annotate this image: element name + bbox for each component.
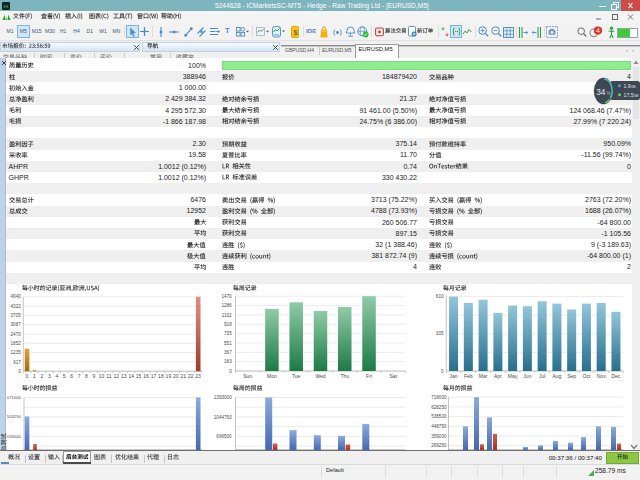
svg-text:735: 735 xyxy=(224,331,232,336)
svg-text:Jul: Jul xyxy=(539,373,545,379)
svg-text:918: 918 xyxy=(224,322,232,327)
svg-text:13: 13 xyxy=(121,373,127,379)
svg-text:448750: 448750 xyxy=(431,424,447,429)
svg-text:696500: 696500 xyxy=(216,434,232,439)
svg-text:2: 2 xyxy=(41,373,44,379)
svg-text:4940: 4940 xyxy=(11,294,22,299)
svg-text:Jun: Jun xyxy=(523,373,531,379)
svg-text:17: 17 xyxy=(151,373,157,379)
svg-text:16: 16 xyxy=(143,373,149,379)
svg-text:035500: 035500 xyxy=(7,434,22,439)
svg-text:Sun: Sun xyxy=(243,373,252,379)
svg-text:0: 0 xyxy=(26,373,29,379)
svg-text:3705: 3705 xyxy=(11,313,22,318)
svg-text:0: 0 xyxy=(441,369,444,374)
svg-text:34: 34 xyxy=(596,87,606,97)
svg-text:23: 23 xyxy=(195,373,201,379)
svg-text:Sat: Sat xyxy=(390,373,398,379)
svg-text:8: 8 xyxy=(85,373,88,379)
svg-text:1286: 1286 xyxy=(221,303,232,308)
svg-text:4322: 4322 xyxy=(11,304,22,309)
svg-text:617: 617 xyxy=(13,360,21,365)
svg-text:May: May xyxy=(508,373,518,379)
svg-text:538500: 538500 xyxy=(431,414,447,419)
svg-text:12: 12 xyxy=(114,373,120,379)
svg-text:0: 0 xyxy=(18,369,21,374)
svg-text:1044750: 1044750 xyxy=(214,415,232,420)
svg-text:Jan: Jan xyxy=(450,373,458,379)
svg-text:6: 6 xyxy=(70,373,73,379)
svg-text:1852: 1852 xyxy=(11,341,22,346)
svg-text:Dec: Dec xyxy=(611,373,620,379)
svg-text:1393000: 1393000 xyxy=(214,395,232,400)
svg-text:11: 11 xyxy=(106,373,111,379)
svg-text:Apr: Apr xyxy=(494,373,502,379)
svg-text:Fri: Fri xyxy=(366,373,372,379)
svg-text:Oct: Oct xyxy=(583,373,591,379)
svg-text:718000: 718000 xyxy=(431,395,447,400)
svg-text:18: 18 xyxy=(158,373,164,379)
svg-text:22: 22 xyxy=(188,373,194,379)
svg-text:2470: 2470 xyxy=(11,332,22,337)
svg-text:269250: 269250 xyxy=(431,443,447,448)
svg-text:5: 5 xyxy=(63,373,66,379)
svg-text:359000: 359000 xyxy=(431,434,447,439)
svg-text:%: % xyxy=(607,91,611,96)
svg-text:628250: 628250 xyxy=(431,405,447,410)
svg-text:Nov: Nov xyxy=(597,373,606,379)
svg-text:367: 367 xyxy=(224,350,232,355)
svg-text:Feb: Feb xyxy=(464,373,473,379)
svg-text:9: 9 xyxy=(93,373,96,379)
svg-text:4: 4 xyxy=(55,373,58,379)
svg-text:071000: 071000 xyxy=(7,395,22,400)
svg-text:10: 10 xyxy=(99,373,105,379)
svg-text:1: 1 xyxy=(33,373,36,379)
svg-text:0: 0 xyxy=(229,369,232,374)
svg-text:Sep: Sep xyxy=(567,373,576,379)
svg-text:20: 20 xyxy=(173,373,179,379)
svg-text:610: 610 xyxy=(436,294,444,299)
svg-text:21: 21 xyxy=(181,373,187,379)
svg-text:3087: 3087 xyxy=(11,322,22,327)
svg-text:Mon: Mon xyxy=(267,373,277,379)
svg-text:14: 14 xyxy=(128,373,134,379)
svg-text:4: 4 xyxy=(596,27,600,34)
svg-text:Aug: Aug xyxy=(552,373,561,379)
svg-text:1102: 1102 xyxy=(222,313,232,318)
svg-text:Mar: Mar xyxy=(479,373,488,379)
svg-text:183: 183 xyxy=(224,359,232,364)
svg-text:3: 3 xyxy=(48,373,51,379)
svg-text:15: 15 xyxy=(136,373,142,379)
svg-text:305: 305 xyxy=(436,331,444,336)
svg-text:7: 7 xyxy=(78,373,81,379)
svg-text:19: 19 xyxy=(166,373,172,379)
svg-text:Thu: Thu xyxy=(340,373,349,379)
svg-text:1235: 1235 xyxy=(11,350,22,355)
svg-text:1470: 1470 xyxy=(221,294,232,299)
svg-text:553250: 553250 xyxy=(7,414,22,419)
svg-text:Tue: Tue xyxy=(292,373,301,379)
svg-text:Wed: Wed xyxy=(315,373,325,379)
svg-text:551: 551 xyxy=(224,341,232,346)
